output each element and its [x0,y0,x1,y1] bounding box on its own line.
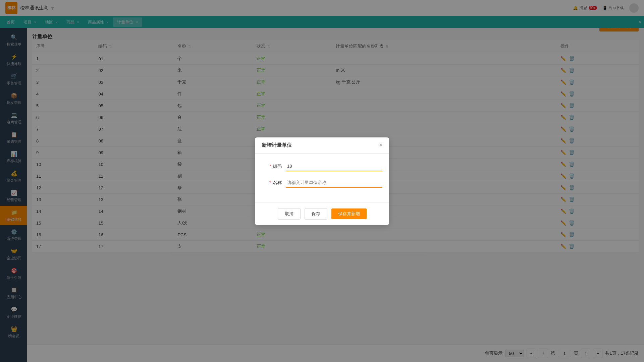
name-label-text: 名称 [273,180,282,185]
save-and-new-button[interactable]: 保存并新增 [331,208,367,219]
name-required-mark: * [269,180,271,185]
modal-close-button[interactable]: × [379,142,382,148]
code-input[interactable] [286,162,382,171]
name-input[interactable] [286,178,382,188]
modal-header: 新增计量单位 × [255,137,389,154]
code-required-mark: * [269,164,271,169]
code-form-row: * 编码 [262,162,382,171]
modal-overlay[interactable]: 新增计量单位 × * 编码 * 名称 取消 保存 保存并新增 [0,0,644,362]
add-unit-modal: 新增计量单位 × * 编码 * 名称 取消 保存 保存并新增 [255,137,389,225]
modal-body: * 编码 * 名称 [255,154,389,202]
save-button[interactable]: 保存 [305,208,327,220]
code-label-text: 编码 [273,164,282,169]
modal-title: 新增计量单位 [262,142,292,148]
modal-footer: 取消 保存 保存并新增 [255,202,389,225]
cancel-button[interactable]: 取消 [278,208,301,220]
name-form-row: * 名称 [262,178,382,188]
name-label: * 名称 [262,180,282,186]
code-label: * 编码 [262,163,282,169]
